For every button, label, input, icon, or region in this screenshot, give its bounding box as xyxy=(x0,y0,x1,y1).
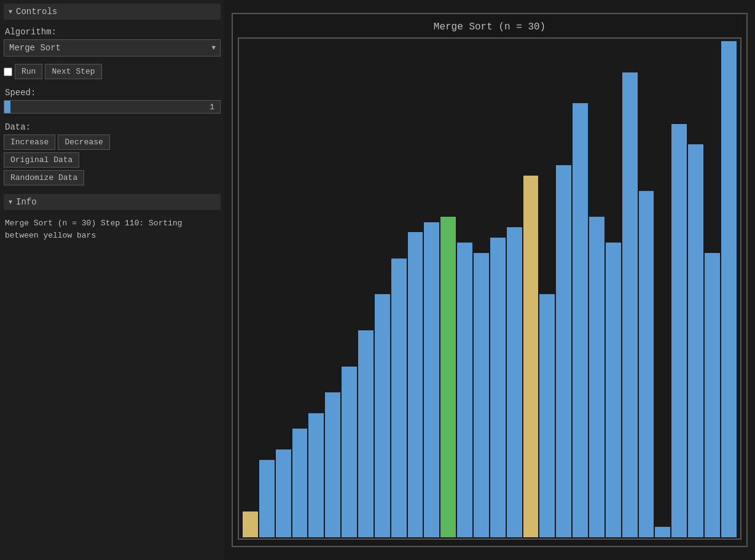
bar-2 xyxy=(276,449,291,537)
run-button[interactable]: Run xyxy=(15,64,42,79)
bar-1 xyxy=(259,460,275,537)
bar-26 xyxy=(671,124,687,537)
chart-title: Merge Sort (n = 30) xyxy=(238,21,741,33)
bar-23 xyxy=(622,72,638,538)
chart-outer: Merge Sort (n = 30) xyxy=(232,13,748,547)
algorithm-select[interactable]: Merge SortBubble SortQuick SortInsertion… xyxy=(4,39,221,56)
run-checkbox[interactable] xyxy=(4,68,12,76)
bar-24 xyxy=(639,191,654,537)
info-header: ▼ Info xyxy=(4,194,221,210)
bar-22 xyxy=(606,243,621,537)
speed-slider-wrap: 1 xyxy=(4,100,221,114)
next-step-button[interactable]: Next Step xyxy=(45,64,101,79)
bar-6 xyxy=(342,367,357,537)
bar-29 xyxy=(721,41,737,537)
bar-25 xyxy=(655,527,670,537)
bars-container xyxy=(243,41,737,539)
main-area: Merge Sort (n = 30) xyxy=(224,0,755,560)
data-buttons: Increase Decrease Original Data Randomiz… xyxy=(4,134,221,185)
bar-16 xyxy=(507,227,522,537)
bar-5 xyxy=(325,392,340,537)
controls-header: ▼ Controls xyxy=(4,4,221,20)
bar-18 xyxy=(539,294,555,537)
algorithm-label: Algorithm: xyxy=(5,27,219,37)
bar-11 xyxy=(424,222,439,537)
bar-8 xyxy=(375,294,390,537)
increase-button[interactable]: Increase xyxy=(4,134,55,150)
chart-inner xyxy=(238,37,741,540)
bar-12 xyxy=(440,217,456,537)
controls-header-label: Controls xyxy=(16,7,57,17)
original-data-button[interactable]: Original Data xyxy=(4,152,79,168)
info-triangle-icon: ▼ xyxy=(9,199,12,206)
decrease-button[interactable]: Decrease xyxy=(58,134,109,150)
bar-13 xyxy=(457,243,472,537)
bar-27 xyxy=(688,144,703,537)
bar-19 xyxy=(556,165,571,537)
bar-17 xyxy=(523,176,539,537)
algorithm-select-wrap: Merge SortBubble SortQuick SortInsertion… xyxy=(4,39,221,56)
bar-4 xyxy=(308,413,324,537)
bar-0 xyxy=(243,511,258,537)
increase-decrease-row: Increase Decrease xyxy=(4,134,221,150)
speed-section: Speed: 1 xyxy=(4,84,221,114)
randomize-button[interactable]: Randomize Data xyxy=(4,170,84,185)
bar-9 xyxy=(391,259,407,538)
speed-label: Speed: xyxy=(5,88,219,98)
info-header-label: Info xyxy=(16,197,37,207)
bar-3 xyxy=(292,429,308,537)
bar-7 xyxy=(358,330,374,537)
bar-21 xyxy=(589,217,604,537)
bar-10 xyxy=(408,232,423,537)
data-label: Data: xyxy=(5,122,219,132)
run-controls: Run Next Step xyxy=(4,64,221,79)
bar-15 xyxy=(490,238,506,537)
info-text: Merge Sort (n = 30) Step 110: Sorting be… xyxy=(4,217,221,241)
bar-14 xyxy=(474,253,489,537)
controls-triangle-icon: ▼ xyxy=(9,9,12,15)
speed-slider[interactable] xyxy=(4,100,221,114)
bar-20 xyxy=(573,103,588,537)
bar-28 xyxy=(705,253,720,537)
